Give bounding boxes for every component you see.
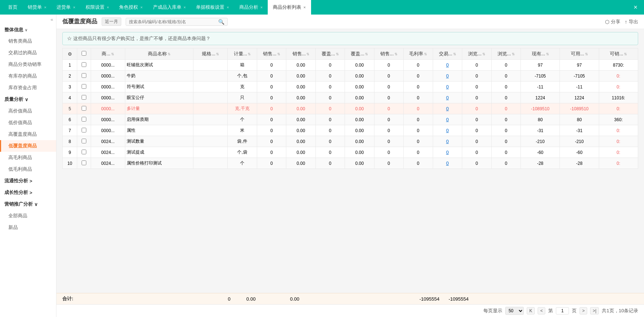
close-icon[interactable]: × bbox=[227, 5, 229, 9]
page-size-label: 每页显示 bbox=[483, 308, 502, 314]
product-unit: 袋,件 bbox=[228, 136, 257, 147]
close-all-button[interactable]: × bbox=[630, 4, 641, 11]
row-checkbox[interactable] bbox=[82, 117, 86, 122]
saleable-col-header[interactable]: 可销...⇅ bbox=[599, 48, 638, 60]
close-icon[interactable]: × bbox=[73, 5, 75, 9]
total-current: -1095554 bbox=[415, 296, 444, 302]
row-checkbox[interactable] bbox=[82, 128, 86, 132]
sidebar-item-low-margin[interactable]: 低毛利商品 bbox=[0, 163, 56, 175]
nav-product-analysis-list[interactable]: 商品分析列表 × bbox=[268, 0, 311, 15]
row-number: 4 bbox=[63, 92, 77, 103]
sidebar-group-quality-analysis[interactable]: 质量分析 ∨ bbox=[0, 94, 56, 105]
sidebar-item-category-activity[interactable]: 商品分类动销率 bbox=[0, 59, 56, 70]
sidebar-item-high-coverage[interactable]: 高覆盖度商品 bbox=[0, 128, 56, 140]
product-spec bbox=[193, 82, 228, 92]
nav-product-analysis[interactable]: 商品分析 × bbox=[234, 0, 268, 15]
settings-col-header[interactable]: ⚙ bbox=[63, 48, 77, 60]
nav-template-settings[interactable]: 单据模板设置 × bbox=[191, 0, 234, 15]
current-stock: -1089510 bbox=[521, 103, 559, 114]
cover2-col-header[interactable]: 覆盖...⇅ bbox=[345, 48, 374, 60]
code-col-header[interactable]: 商...⇅ bbox=[91, 48, 125, 60]
close-icon[interactable]: × bbox=[140, 5, 142, 9]
sidebar-group-growth-analysis[interactable]: 成长性分析 > bbox=[0, 187, 56, 198]
row-checkbox[interactable] bbox=[82, 139, 86, 143]
coverage-count: 0 bbox=[315, 147, 345, 158]
sidebar-item-new-products[interactable]: 新品 bbox=[0, 222, 56, 233]
page-size-select[interactable]: 50 100 200 bbox=[505, 307, 524, 315]
available-stock: -210 bbox=[560, 136, 599, 147]
row-checkbox-cell bbox=[77, 147, 91, 158]
sales-amount: 0.00 bbox=[286, 136, 315, 147]
product-code: 0024... bbox=[91, 158, 125, 169]
time-filter-button[interactable]: 近一月 bbox=[102, 17, 121, 26]
browse1-col-header[interactable]: 浏览...⇅ bbox=[462, 48, 491, 60]
browse-count1: 0 bbox=[462, 125, 491, 136]
browse2-col-header[interactable]: 浏览...⇅ bbox=[491, 48, 521, 60]
close-icon[interactable]: × bbox=[260, 5, 263, 9]
nav-purchase-order[interactable]: 进货单 × bbox=[51, 0, 80, 15]
sales1-col-header[interactable]: 销售...⇅ bbox=[257, 48, 286, 60]
checkbox-col-header[interactable] bbox=[77, 48, 91, 60]
sales2-col-header[interactable]: 销售...⇅ bbox=[286, 48, 315, 60]
nav-role-auth[interactable]: 角色授权 × bbox=[114, 0, 148, 15]
nav-permission-settings[interactable]: 权限设置 × bbox=[80, 0, 114, 15]
first-page-button[interactable]: K bbox=[527, 307, 535, 314]
close-icon[interactable]: × bbox=[107, 5, 109, 9]
row-checkbox[interactable] bbox=[82, 150, 86, 154]
sidebar-item-sales-products[interactable]: 销售类商品 bbox=[0, 35, 56, 47]
close-icon[interactable]: × bbox=[44, 5, 46, 9]
sidebar-item-all-products[interactable]: 全部商品 bbox=[0, 210, 56, 222]
product-spec bbox=[193, 136, 228, 147]
close-icon[interactable]: × bbox=[184, 5, 186, 9]
export-button[interactable]: ↑ 导出 bbox=[625, 19, 638, 25]
select-all-checkbox[interactable] bbox=[82, 51, 86, 56]
prev-page-button[interactable]: < bbox=[538, 307, 545, 314]
available-col-header[interactable]: 可用...⇅ bbox=[560, 48, 599, 60]
sidebar-item-inventory-capital[interactable]: 库存资金占用 bbox=[0, 82, 56, 94]
sidebar-group-whole-info[interactable]: 整体信息 ∨ bbox=[0, 24, 56, 35]
row-checkbox[interactable] bbox=[82, 73, 86, 78]
cover1-col-header[interactable]: 覆盖...⇅ bbox=[315, 48, 345, 60]
sidebar-item-high-margin[interactable]: 高毛利商品 bbox=[0, 152, 56, 163]
coverage-rate: 0.00 bbox=[345, 71, 374, 82]
share-button[interactable]: ⬡ 分享 bbox=[605, 19, 620, 25]
nav-sales-order[interactable]: 销货单 × bbox=[23, 0, 51, 15]
sidebar-group-flow-analysis[interactable]: 流通性分析 > bbox=[0, 175, 56, 187]
sidebar-collapse-button[interactable]: « bbox=[0, 15, 56, 24]
product-name: 测试提成 bbox=[125, 147, 193, 158]
row-checkbox[interactable] bbox=[82, 95, 86, 100]
table-wrapper[interactable]: ⚙ 商...⇅ 商品名称⇅ 规格...⇅ 计量...⇅ 销售...⇅ 销售...… bbox=[56, 48, 644, 293]
nav-home[interactable]: 首页 bbox=[3, 0, 23, 15]
current-col-header[interactable]: 现有...⇅ bbox=[521, 48, 559, 60]
page-number-input[interactable] bbox=[556, 307, 569, 314]
trade-col-header[interactable]: 交易...⇅ bbox=[433, 48, 462, 60]
search-icon[interactable]: 🔍 bbox=[218, 19, 224, 25]
unit-col-header[interactable]: 计量...⇅ bbox=[228, 48, 257, 60]
row-checkbox[interactable] bbox=[82, 62, 86, 67]
sidebar-item-low-coverage[interactable]: 低覆盖度商品 bbox=[0, 140, 56, 152]
coverage-count: 0 bbox=[315, 136, 345, 147]
row-checkbox[interactable] bbox=[82, 161, 86, 165]
row-checkbox-cell bbox=[77, 158, 91, 169]
sales3-col-header[interactable]: 销售...⇅ bbox=[374, 48, 403, 60]
row-checkbox[interactable] bbox=[82, 106, 86, 111]
sidebar-item-high-value[interactable]: 高价值商品 bbox=[0, 105, 56, 117]
browse-count2: 0 bbox=[491, 158, 521, 169]
product-spec bbox=[193, 158, 228, 169]
sidebar-group-marketing-analysis[interactable]: 营销推广分析 ∨ bbox=[0, 198, 56, 210]
search-input[interactable] bbox=[129, 19, 217, 24]
sidebar-item-traded-products[interactable]: 交易过的商品 bbox=[0, 47, 56, 59]
product-code: 0000... bbox=[91, 92, 125, 103]
nav-product-inbound[interactable]: 产成品入库单 × bbox=[148, 0, 191, 15]
close-icon[interactable]: × bbox=[303, 5, 306, 9]
next-page-button[interactable]: > bbox=[580, 307, 587, 314]
sidebar-item-low-value[interactable]: 低价值商品 bbox=[0, 117, 56, 128]
row-checkbox[interactable] bbox=[82, 84, 86, 89]
coverage-rate: 0.00 bbox=[345, 103, 374, 114]
last-page-button[interactable]: >| bbox=[590, 307, 599, 314]
sidebar-item-stocked-products[interactable]: 有库存的商品 bbox=[0, 70, 56, 82]
name-col-header[interactable]: 商品名称⇅ bbox=[125, 48, 193, 60]
coverage-count: 0 bbox=[315, 71, 345, 82]
gross-col-header[interactable]: 毛利率⇅ bbox=[404, 48, 433, 60]
spec-col-header[interactable]: 规格...⇅ bbox=[193, 48, 228, 60]
